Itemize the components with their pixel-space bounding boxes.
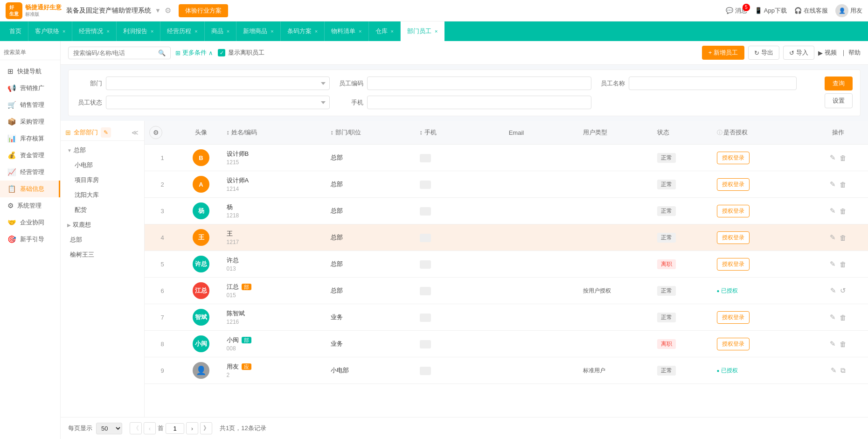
auth-button[interactable]: 授权登录 <box>717 205 750 217</box>
close-icon[interactable]: × <box>271 28 273 34</box>
auth-button[interactable]: 授权登录 <box>717 231 750 244</box>
th-phone[interactable]: ↕ 手机 <box>415 121 504 145</box>
edit-icon[interactable]: ✎ <box>830 180 836 188</box>
sidebar-item-quicknav[interactable]: ⊞ 快捷导航 <box>0 63 60 80</box>
query-button[interactable]: 查询 <box>825 77 853 91</box>
auth-button[interactable]: 授权登录 <box>717 178 750 191</box>
dept-item-project[interactable]: 项目库房 <box>61 173 144 188</box>
edit-icon[interactable]: ✎ <box>830 153 836 162</box>
view-button[interactable]: ▶ 视频 <box>818 49 837 57</box>
sidebar-item-enterprise[interactable]: 🤝 企业协同 <box>0 214 60 231</box>
auth-button[interactable]: 授权登录 <box>717 311 750 324</box>
tab-warehouse[interactable]: 仓库 × <box>369 21 401 41</box>
th-dept[interactable]: ↕ 部门/职位 <box>326 121 415 145</box>
dept-group-shuanglu[interactable]: ▶ 双鹿想 <box>61 217 144 232</box>
more-conditions-btn[interactable]: ⊞ 更多条件 ∧ <box>175 49 213 57</box>
dropdown-icon[interactable]: ▼ <box>155 7 161 14</box>
dept-item-puzhi[interactable]: 榆树王三 <box>61 247 144 262</box>
delete-icon[interactable]: 🗑 <box>840 260 847 268</box>
settings-icon[interactable]: ⚙ <box>165 6 171 15</box>
close-icon[interactable]: × <box>62 28 65 34</box>
close-icon[interactable]: × <box>151 28 153 34</box>
edit-icon[interactable]: ✎ <box>830 286 836 295</box>
search-input[interactable] <box>73 49 155 56</box>
auth-button[interactable]: 授权登录 <box>717 338 750 350</box>
tab-goods[interactable]: 商品 × <box>205 21 236 41</box>
close-icon[interactable]: × <box>194 28 197 34</box>
import-button[interactable]: ↺ 导入 <box>783 46 814 60</box>
online-service-item[interactable]: 🎧 在线客服 <box>794 7 828 15</box>
close-icon[interactable]: × <box>391 28 394 34</box>
tab-bom[interactable]: 物料清单 × <box>325 21 368 41</box>
trial-button[interactable]: 体验行业方案 <box>179 4 228 17</box>
page-input[interactable] <box>166 423 184 434</box>
auth-button[interactable]: 授权登录 <box>717 258 750 271</box>
th-name[interactable]: ↕ 姓名/编码 <box>222 121 326 145</box>
dept-select[interactable] <box>106 77 330 90</box>
last-page-button[interactable]: 》 <box>200 422 212 434</box>
delete-icon[interactable]: 🗑 <box>840 314 847 321</box>
delete-icon[interactable]: ↺ <box>840 286 846 295</box>
dept-item-shenyang[interactable]: 沈阳大库 <box>61 188 144 202</box>
export-button[interactable]: ↻ 导出 <box>748 46 779 60</box>
sidebar-item-system[interactable]: ⚙ 系统管理 <box>0 197 60 214</box>
sidebar-search-input[interactable] <box>4 49 61 56</box>
delete-icon[interactable]: 🗑 <box>840 207 847 215</box>
tab-barcode[interactable]: 条码方案 × <box>281 21 325 41</box>
message-item[interactable]: 💬 消息 5 <box>726 7 747 15</box>
reset-button[interactable]: 设置 <box>825 93 853 108</box>
dept-group-general[interactable]: ▼ 总部 <box>61 143 144 158</box>
per-page-select[interactable]: 50 100 200 <box>96 423 122 434</box>
sidebar-item-guide[interactable]: 🎯 新手引导 <box>0 231 60 248</box>
dept-item-distribution[interactable]: 配货 <box>61 202 144 217</box>
sidebar-item-finance[interactable]: 💰 资金管理 <box>0 147 60 164</box>
emp-name-input[interactable] <box>629 77 797 90</box>
copy-icon[interactable]: ⧉ <box>840 366 846 375</box>
emp-code-input[interactable] <box>367 77 591 90</box>
user-item[interactable]: 👤 用友 <box>835 4 862 17</box>
edit-icon[interactable]: ✎ <box>830 313 836 321</box>
edit-icon[interactable]: ✎ <box>830 207 836 215</box>
tab-home[interactable]: 首页 <box>0 21 28 41</box>
sidebar-item-marketing[interactable]: 📢 营销推广 <box>0 80 60 97</box>
sidebar-item-operations[interactable]: 📈 经营管理 <box>0 164 60 181</box>
show-resigned-toggle[interactable]: ✓ 显示离职员工 <box>218 49 264 57</box>
tab-dept-staff[interactable]: 部门员工 × <box>401 21 444 41</box>
delete-icon[interactable]: 🗑 <box>840 181 847 188</box>
prev-page-button[interactable]: ‹ <box>144 422 156 434</box>
close-icon[interactable]: × <box>106 28 109 34</box>
tab-customer[interactable]: 客户联络 × <box>28 21 72 41</box>
close-icon[interactable]: × <box>227 28 229 34</box>
dept-item-zongbu[interactable]: 总部 <box>61 232 144 247</box>
auth-button[interactable]: 授权登录 <box>717 152 750 164</box>
delete-icon[interactable]: 🗑 <box>840 234 847 242</box>
first-page-button[interactable]: 《 <box>130 422 142 434</box>
close-icon[interactable]: × <box>359 28 361 34</box>
sidebar-item-inventory[interactable]: 📊 库存核算 <box>0 130 60 147</box>
close-icon[interactable]: × <box>315 28 318 34</box>
sidebar-item-sales[interactable]: 🛒 销售管理 <box>0 97 60 113</box>
add-employee-button[interactable]: + 新增员工 <box>702 46 744 60</box>
edit-icon[interactable]: ✎ <box>831 366 837 375</box>
tab-history[interactable]: 经营历程 × <box>160 21 204 41</box>
dept-item-xiaodian[interactable]: 小电部 <box>61 158 144 173</box>
next-page-button[interactable]: › <box>186 422 198 434</box>
close-icon[interactable]: × <box>435 28 437 34</box>
delete-icon[interactable]: 🗑 <box>840 340 847 348</box>
sidebar-item-purchase[interactable]: 📦 采购管理 <box>0 113 60 130</box>
table-settings-icon[interactable]: ⚙ <box>149 126 162 139</box>
edit-icon[interactable]: ✎ <box>830 233 836 242</box>
phone-input[interactable] <box>367 96 591 109</box>
emp-status-select[interactable] <box>106 96 330 109</box>
tab-profit[interactable]: 利润报告 × <box>117 21 160 41</box>
edit-icon[interactable]: ✎ <box>830 340 836 348</box>
delete-icon[interactable]: 🗑 <box>840 154 847 162</box>
dept-edit-button[interactable]: ✎ <box>101 127 111 138</box>
tab-add-goods[interactable]: 新增商品 × <box>236 21 280 41</box>
help-button[interactable]: ｜ 帮助 <box>840 49 861 57</box>
all-dept-label[interactable]: 全部部门 <box>74 128 98 137</box>
app-download-item[interactable]: 📱 App下载 <box>755 7 787 15</box>
collapse-icon[interactable]: ≪ <box>132 129 139 136</box>
sidebar-item-basic[interactable]: 📋 基础信息 <box>0 181 60 197</box>
edit-icon[interactable]: ✎ <box>830 260 836 268</box>
